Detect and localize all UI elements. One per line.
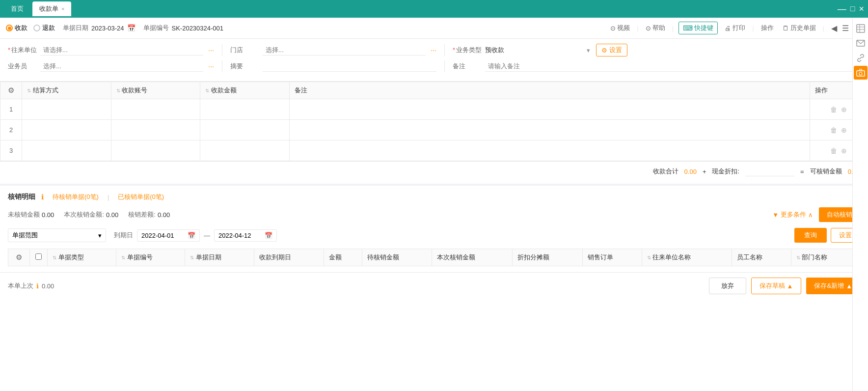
radio-refund[interactable]: 退款 xyxy=(33,24,55,32)
dropdown-arrow-icon[interactable]: ▾ xyxy=(587,47,590,54)
bottom-table-gear-icon[interactable]: ⚙ xyxy=(13,253,25,262)
table-settings-th[interactable]: ⚙ xyxy=(0,82,22,99)
calendar-end-icon[interactable]: 📅 xyxy=(265,232,272,239)
doc-date-label: 单据日期 xyxy=(63,24,88,32)
row-2-amount[interactable] xyxy=(200,120,290,140)
row-3-amount[interactable] xyxy=(200,140,290,161)
divider-3 xyxy=(222,60,222,72)
sort-icon-payment[interactable]: ⇅ xyxy=(27,88,31,93)
bth-settings[interactable]: ⚙ xyxy=(8,249,30,266)
store-field: 门店 ··· xyxy=(230,45,436,56)
sort-doc-type[interactable]: ⇅ xyxy=(53,255,56,260)
bottom-table-header: ⚙ ⇅ 单据类型 ⇅ 单据编号 xyxy=(8,249,860,266)
window-close-icon[interactable]: × xyxy=(859,4,864,14)
shortcut-btn[interactable]: ⌨ 快捷键 xyxy=(678,22,718,34)
doc-num-field: 单据编号 SK-20230324-001 xyxy=(143,24,224,32)
sort-counterpart[interactable]: ⇅ xyxy=(647,255,651,260)
save-draft-button[interactable]: 保存草稿 ▲ xyxy=(751,278,802,294)
discount-input[interactable] xyxy=(745,167,794,176)
query-button[interactable]: 查询 xyxy=(794,228,827,243)
sort-doc-num[interactable]: ⇅ xyxy=(121,255,125,260)
print-btn[interactable]: 🖨 打印 xyxy=(723,23,747,33)
store-more-icon[interactable]: ··· xyxy=(431,46,436,54)
sort-icon-amount[interactable]: ⇅ xyxy=(205,88,209,93)
doc-date-value[interactable]: 2023-03-24 xyxy=(91,25,124,32)
current-label: 本次核销金额: xyxy=(64,210,104,219)
sort-dept[interactable]: ⇅ xyxy=(796,255,800,260)
row-2-note[interactable] xyxy=(289,120,810,140)
row-2-copy-icon[interactable]: ⊕ xyxy=(841,126,847,134)
bth-staff: 员工名称 xyxy=(732,249,791,266)
staff-label: 业务员 xyxy=(8,62,37,71)
table-row: 1 🗑 ⊕ xyxy=(0,99,868,120)
row-num-1: 1 xyxy=(0,99,22,120)
window-minimize-icon[interactable]: — xyxy=(838,4,846,14)
more-conditions-btn[interactable]: ▼ 更多条件 ∧ xyxy=(772,210,813,219)
discard-button[interactable]: 放弃 xyxy=(709,278,746,294)
row-2-account[interactable] xyxy=(111,120,200,140)
verify-info-icon[interactable]: ℹ xyxy=(41,193,44,201)
bottom-table: ⚙ ⇅ 单据类型 ⇅ 单据编号 xyxy=(8,249,860,266)
pending-tab[interactable]: 待核销单据(0笔) xyxy=(50,192,102,202)
tab-close-icon[interactable]: × xyxy=(61,6,64,12)
row-2-payment[interactable] xyxy=(22,120,111,140)
row-2-delete-icon[interactable]: 🗑 xyxy=(830,126,837,134)
sort-icon-account[interactable]: ⇅ xyxy=(116,88,120,93)
operation-btn[interactable]: 操作 xyxy=(759,23,776,33)
date-end-input[interactable] xyxy=(218,232,263,239)
window-restore-icon[interactable]: □ xyxy=(850,4,855,13)
row-3-copy-icon[interactable]: ⊕ xyxy=(841,147,847,155)
select-all-checkbox[interactable] xyxy=(35,253,42,260)
sidebar-link-icon[interactable] xyxy=(854,51,868,65)
settings-button[interactable]: ⚙ 设置 xyxy=(596,44,627,56)
sort-doc-date[interactable]: ⇅ xyxy=(190,255,194,260)
counterpart-more-icon[interactable]: ··· xyxy=(208,46,214,54)
row-1-amount[interactable] xyxy=(200,99,290,120)
tab-home[interactable]: 首页 xyxy=(4,1,30,16)
row-3-note[interactable] xyxy=(289,140,810,161)
sidebar-table-icon[interactable] xyxy=(854,22,868,35)
row-1-delete-icon[interactable]: 🗑 xyxy=(830,106,837,113)
history-btn[interactable]: 🗒 历史单据 xyxy=(781,23,818,33)
note-input[interactable] xyxy=(485,61,860,72)
done-tab[interactable]: 已核销单据(0笔) xyxy=(115,192,167,202)
row-1-payment[interactable] xyxy=(22,99,111,120)
prev-page-icon[interactable]: ◀ xyxy=(829,23,839,34)
last-info-icon[interactable]: ℹ xyxy=(36,282,39,290)
row-1-account[interactable] xyxy=(111,99,200,120)
doc-range-label: 单据范围 xyxy=(12,231,38,240)
help-icon: ⊙ xyxy=(646,25,651,32)
doc-range-select[interactable]: 单据范围 ▾ xyxy=(8,228,106,242)
form-area: 往来单位 ··· 门店 ··· 业务类型 预收款 ▾ ⚙ 设置 xyxy=(0,39,868,82)
summary-input[interactable] xyxy=(263,61,436,72)
bth-checkbox[interactable] xyxy=(30,249,48,266)
calendar-icon[interactable]: 📅 xyxy=(127,24,136,32)
row-num-3: 3 xyxy=(0,140,22,161)
total-label: 收款合计 xyxy=(653,167,678,176)
th-payment: ⇅ 结算方式 xyxy=(22,82,111,99)
current-stat: 本次核销金额: 0.00 xyxy=(64,210,118,219)
row-3-delete-icon[interactable]: 🗑 xyxy=(830,147,837,155)
sidebar-mail-icon[interactable] xyxy=(854,36,868,50)
row-1-note[interactable] xyxy=(289,99,810,120)
list-view-icon[interactable]: ☰ xyxy=(840,23,851,34)
counterpart-input[interactable] xyxy=(40,45,203,56)
help-btn[interactable]: ⊙ 帮助 xyxy=(644,23,667,33)
sidebar-camera-icon[interactable] xyxy=(854,66,868,80)
tab-active[interactable]: 收款单 × xyxy=(32,1,71,16)
video-btn[interactable]: ⊙ 视频 xyxy=(608,23,632,33)
save-new-arrow-icon: ▲ xyxy=(846,282,852,290)
doc-num-value[interactable]: SK-20230324-001 xyxy=(172,25,224,32)
radio-receive[interactable]: 收款 xyxy=(6,24,27,32)
bth-amount: 金额 xyxy=(324,249,362,266)
bth-current: 本次核销金额 xyxy=(432,249,513,266)
date-start-input[interactable] xyxy=(141,232,186,239)
staff-more-icon[interactable]: ··· xyxy=(208,62,214,70)
store-input[interactable] xyxy=(263,45,426,56)
calendar-start-icon[interactable]: 📅 xyxy=(188,232,195,239)
staff-input[interactable] xyxy=(40,61,203,72)
row-3-payment[interactable] xyxy=(22,140,111,161)
row-3-account[interactable] xyxy=(111,140,200,161)
row-1-copy-icon[interactable]: ⊕ xyxy=(841,106,847,113)
table-gear-icon[interactable]: ⚙ xyxy=(5,86,17,95)
